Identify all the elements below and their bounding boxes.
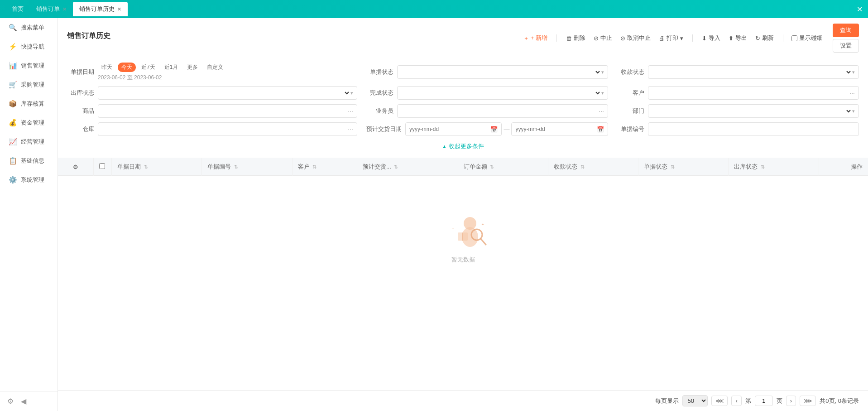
settings-bottom-icon[interactable]: ⚙: [7, 397, 14, 406]
department-input[interactable]: ▾: [648, 104, 859, 118]
receipt-status-label: 收款状态: [617, 68, 644, 76]
product-input[interactable]: ···: [98, 104, 357, 118]
next-page-button[interactable]: ›: [786, 396, 796, 406]
delete-button[interactable]: 🗑 删除: [565, 32, 586, 44]
date-range-separator: —: [504, 126, 509, 133]
finance-icon: 💰: [9, 119, 17, 127]
salesperson-more-icon[interactable]: ···: [599, 107, 604, 115]
th-customer[interactable]: 客户 ⇅: [292, 158, 357, 176]
outbound-status-filter: 出库状态 ▾: [67, 86, 357, 100]
salesperson-field[interactable]: [401, 108, 599, 115]
product-field[interactable]: [102, 108, 348, 115]
prev-page-button[interactable]: ‹: [731, 396, 741, 406]
check-all-input[interactable]: [99, 163, 105, 169]
sidebar-item-purchase[interactable]: 🛒 采购管理: [0, 75, 58, 94]
tab-home[interactable]: 首页: [5, 2, 30, 16]
th-amount[interactable]: 订单金额 ⇅: [458, 158, 548, 176]
department-select[interactable]: [652, 107, 852, 115]
date-btn-today[interactable]: 今天: [118, 63, 136, 72]
svg-line-3: [481, 239, 486, 245]
tab-sales-order[interactable]: 销售订单 ✕: [30, 2, 73, 16]
order-status-select[interactable]: [401, 68, 601, 76]
sidebar-item-operation[interactable]: 📈 经营管理: [0, 132, 58, 151]
import-button[interactable]: ⬇ 导入: [701, 32, 721, 44]
tab-sales-order-history[interactable]: 销售订单历史 ✕: [73, 2, 128, 16]
sidebar-item-quick-nav[interactable]: ⚡ 快捷导航: [0, 37, 58, 56]
order-no-input[interactable]: [648, 122, 859, 136]
calendar-to-icon[interactable]: 📅: [597, 126, 604, 133]
collapse-row[interactable]: ▲ 收起更多条件: [67, 140, 859, 152]
th-outbound-status[interactable]: 出库状态 ⇅: [729, 158, 819, 176]
calendar-from-icon[interactable]: 📅: [490, 126, 498, 133]
date-btn-yesterday[interactable]: 昨天: [98, 63, 116, 72]
customer-field[interactable]: [652, 90, 849, 97]
complete-status-select[interactable]: [401, 89, 601, 97]
customer-input[interactable]: ···: [648, 86, 859, 100]
customer-filter: 客户 ···: [617, 86, 859, 100]
th-receipt-status[interactable]: 收款状态 ⇅: [548, 158, 638, 176]
sidebar-item-sales[interactable]: 📊 销售管理: [0, 56, 58, 75]
expected-delivery-to-wrap[interactable]: 📅: [511, 122, 608, 136]
date-range-text: 2023-06-02 至 2023-06-02: [98, 74, 357, 82]
date-btn-more[interactable]: 更多: [183, 63, 201, 72]
th-date[interactable]: 单据日期 ⇅: [112, 158, 202, 176]
layout: 🔍 搜索菜单 ⚡ 快捷导航 📊 销售管理 🛒 采购管理 📦 库存核算 💰 资金管…: [0, 18, 868, 411]
sidebar-item-finance[interactable]: 💰 资金管理: [0, 113, 58, 132]
settings-button[interactable]: 设置: [833, 39, 859, 53]
last-page-button[interactable]: ⋙: [800, 396, 816, 406]
page-number-input[interactable]: [755, 396, 773, 406]
sidebar-item-search[interactable]: 🔍 搜索菜单: [0, 18, 58, 37]
expected-delivery-from-wrap[interactable]: 📅: [405, 122, 502, 136]
basic-icon: 📋: [9, 157, 17, 165]
expected-delivery-to[interactable]: [515, 126, 597, 132]
th-settings[interactable]: ⚙: [58, 158, 94, 176]
query-button[interactable]: 查询: [833, 24, 859, 37]
new-button[interactable]: + + 新增: [523, 32, 548, 44]
warehouse-input[interactable]: ···: [98, 122, 357, 136]
customer-more-icon[interactable]: ···: [849, 89, 855, 97]
cancel-stop-button[interactable]: ⊘ 取消中止: [619, 32, 652, 44]
date-btn-1month[interactable]: 近1月: [161, 63, 182, 72]
collapse-sidebar-icon[interactable]: ◀: [21, 397, 26, 406]
date-btn-7days[interactable]: 近7天: [138, 63, 159, 72]
refresh-button[interactable]: ↻ 刷新: [754, 32, 775, 44]
sep2: [692, 34, 693, 42]
filter-row-2: 出库状态 ▾ 完成状态 ▾: [67, 86, 859, 100]
th-expected-delivery[interactable]: 预计交货... ⇅: [357, 158, 458, 176]
complete-status-input[interactable]: ▾: [397, 86, 608, 100]
receipt-status-input[interactable]: ▾: [648, 65, 859, 79]
stop-button[interactable]: ⊘ 中止: [593, 32, 613, 44]
salesperson-input[interactable]: ···: [397, 104, 608, 118]
th-order-no[interactable]: 单据编号 ⇅: [202, 158, 292, 176]
sidebar-item-inventory[interactable]: 📦 库存核算: [0, 94, 58, 113]
outbound-status-input[interactable]: ▾: [98, 86, 357, 100]
page-size-select[interactable]: 50 20 100: [682, 395, 708, 406]
expected-delivery-range: 📅 — 📅: [405, 122, 608, 136]
display-cols-checkbox[interactable]: 显示碰细: [791, 34, 823, 42]
warehouse-field[interactable]: [102, 126, 348, 133]
order-no-field[interactable]: [652, 126, 855, 133]
th-order-status[interactable]: 单据状态 ⇅: [638, 158, 729, 176]
close-history-tab[interactable]: ✕: [117, 6, 121, 12]
sidebar-item-basic[interactable]: 📋 基础信息: [0, 151, 58, 170]
date-btn-custom[interactable]: 自定义: [203, 63, 227, 72]
product-more-icon[interactable]: ···: [348, 107, 353, 115]
sidebar-item-system[interactable]: ⚙️ 系统管理: [0, 170, 58, 189]
receipt-status-select[interactable]: [652, 68, 852, 76]
warehouse-more-icon[interactable]: ···: [348, 126, 353, 133]
close-sales-order-tab[interactable]: ✕: [62, 6, 67, 12]
sidebar-bottom: ⚙ ◀: [0, 391, 58, 411]
expected-delivery-label: 预计交货日期: [366, 125, 402, 133]
order-status-input[interactable]: ▾: [397, 65, 608, 79]
first-page-button[interactable]: ⋘: [711, 396, 728, 406]
outbound-status-select[interactable]: [102, 89, 350, 97]
date-buttons: 昨天 今天 近7天 近1月 更多 自定义: [98, 63, 357, 72]
expected-delivery-from[interactable]: [409, 126, 491, 132]
date-label: 单据日期: [67, 68, 94, 76]
export-button[interactable]: ⬆ 导出: [728, 32, 748, 44]
receipt-status-drop-icon: ▾: [852, 69, 855, 75]
window-close-icon[interactable]: ✕: [857, 5, 863, 14]
print-button[interactable]: 🖨 打印 ▾: [658, 32, 684, 44]
empty-text: 暂无数据: [451, 256, 475, 264]
display-cols-input[interactable]: [791, 35, 797, 41]
